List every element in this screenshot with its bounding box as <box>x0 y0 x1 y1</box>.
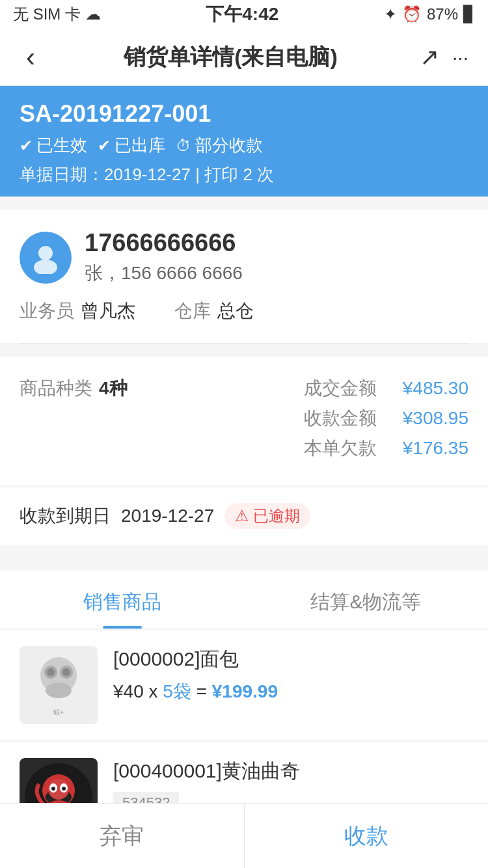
payment-due-label: 收款到期日 <box>20 504 111 528</box>
amount-stats: 成交金额 ¥485.30 收款金额 ¥308.95 本单欠款 ¥176.35 <box>304 376 468 466</box>
amount-label: 成交金额 <box>304 376 377 401</box>
back-icon: ‹ <box>26 42 35 72</box>
tab-products-label: 销售商品 <box>83 591 161 612</box>
check-icon-2: ✔ <box>98 137 111 155</box>
back-button[interactable]: ‹ <box>20 35 42 79</box>
warehouse-label: 仓库 <box>174 299 211 323</box>
price-qty-1: 5袋 <box>163 681 191 701</box>
salesperson-value: 曾凡杰 <box>81 299 135 323</box>
salesperson-item: 业务员 曾凡杰 <box>20 299 135 323</box>
product-thumb-1: 鲸+ <box>20 646 98 724</box>
customer-meta: 业务员 曾凡杰 仓库 总仓 <box>20 299 468 323</box>
payment-due-section: 收款到期日 2019-12-27 ⚠ 已逾期 <box>0 487 488 545</box>
tabs-row: 销售商品 结算&物流等 <box>0 571 488 629</box>
order-header-banner: SA-20191227-001 ✔ 已生效 ✔ 已出库 ⏱ 部分收款 单据日期：… <box>0 86 488 197</box>
category-label: 商品种类 <box>20 376 92 401</box>
svg-point-0 <box>38 246 53 260</box>
payment-due-date: 2019-12-27 <box>121 506 214 526</box>
location-icon: ✦ <box>384 5 397 23</box>
stats-section: 商品种类 4种 成交金额 ¥485.30 收款金额 ¥308.95 本单欠款 ¥… <box>0 357 488 485</box>
tab-settlement[interactable]: 结算&物流等 <box>244 571 488 629</box>
svg-point-18 <box>62 787 66 791</box>
svg-point-8 <box>46 683 72 698</box>
received-row: 收款金额 ¥308.95 <box>304 406 468 431</box>
page-title: 销货单详情(来自电脑) <box>124 42 338 72</box>
nav-actions: ↗ ··· <box>420 44 468 71</box>
avatar <box>20 232 72 284</box>
alarm-icon: ⏰ <box>402 5 422 23</box>
salesperson-label: 业务员 <box>20 299 74 323</box>
signal-text: 无 SIM 卡 ☁ <box>13 4 101 25</box>
customer-section: 17666666666 张，156 6666 6666 业务员 曾凡杰 仓库 总… <box>0 210 488 343</box>
share-button[interactable]: ↗ <box>420 44 439 71</box>
badge-shipped: ✔ 已出库 <box>98 134 165 157</box>
tab-settlement-label: 结算&物流等 <box>310 591 421 612</box>
status-bar: 无 SIM 卡 ☁ 下午4:42 ✦ ⏰ 87% ▊ <box>0 0 488 29</box>
cancel-review-button[interactable]: 弃审 <box>0 804 245 868</box>
bottom-toolbar: 弃审 收款 <box>0 803 488 868</box>
status-time: 下午4:42 <box>206 2 278 27</box>
product-item: 鲸+ [0000002]面包 ¥40 x 5袋 = ¥199.99 <box>0 631 488 740</box>
customer-info: 17666666666 张，156 6666 6666 <box>85 229 243 286</box>
battery-icon: ▊ <box>463 5 475 23</box>
price-eq-1: = <box>197 681 212 701</box>
nav-bar: ‹ 销货单详情(来自电脑) ↗ ··· <box>0 29 488 86</box>
badge-partial-text: 部分收款 <box>195 134 263 157</box>
product-price-1: ¥40 x 5袋 = ¥199.99 <box>113 679 468 704</box>
price-total-1: ¥199.99 <box>212 681 278 701</box>
badge-effective-text: 已生效 <box>36 134 87 157</box>
received-value: ¥308.95 <box>403 408 468 429</box>
product-name-2: [000400001]黄油曲奇 <box>113 758 468 785</box>
status-left: 无 SIM 卡 ☁ <box>13 4 101 25</box>
section-separator <box>0 545 488 558</box>
clock-icon: ⏱ <box>176 137 191 155</box>
battery-text: 87% <box>427 5 458 23</box>
amount-row: 成交金额 ¥485.30 <box>304 376 468 401</box>
badge-partial-payment: ⏱ 部分收款 <box>176 134 263 157</box>
collect-payment-label: 收款 <box>344 821 388 851</box>
overdue-badge: ⚠ 已逾期 <box>224 503 310 529</box>
collect-payment-button[interactable]: 收款 <box>245 804 489 868</box>
more-button[interactable]: ··· <box>452 46 468 68</box>
cancel-review-label: 弃审 <box>100 821 144 851</box>
owed-label: 本单欠款 <box>304 436 377 461</box>
received-label: 收款金额 <box>304 406 377 431</box>
svg-point-7 <box>62 668 70 676</box>
svg-text:鲸+: 鲸+ <box>53 709 64 716</box>
owed-value: ¥176.35 <box>403 438 468 459</box>
amount-value: ¥485.30 <box>403 378 468 399</box>
tab-products[interactable]: 销售商品 <box>0 571 244 629</box>
badge-effective: ✔ 已生效 <box>20 134 87 157</box>
customer-row: 17666666666 张，156 6666 6666 <box>20 229 468 286</box>
price-base-1: ¥40 <box>113 681 144 701</box>
svg-point-1 <box>34 260 57 274</box>
badge-shipped-text: 已出库 <box>115 134 165 157</box>
status-right: ✦ ⏰ 87% ▊ <box>384 5 475 23</box>
owed-row: 本单欠款 ¥176.35 <box>304 436 468 461</box>
svg-point-6 <box>47 668 55 676</box>
category-count: 4种 <box>99 376 128 401</box>
warning-icon: ⚠ <box>235 507 249 525</box>
overdue-text: 已逾期 <box>253 506 300 526</box>
order-date-print: 单据日期：2019-12-27 | 打印 2 次 <box>20 163 468 186</box>
check-icon-1: ✔ <box>20 137 33 155</box>
product-name-1: [0000002]面包 <box>113 646 468 673</box>
order-id: SA-20191227-001 <box>20 100 211 128</box>
tabs-container: 销售商品 结算&物流等 <box>0 571 488 629</box>
svg-point-17 <box>51 787 55 791</box>
product-info-1: [0000002]面包 ¥40 x 5袋 = ¥199.99 <box>113 646 468 704</box>
customer-phone: 17666666666 <box>85 229 243 257</box>
category-stats: 商品种类 4种 <box>20 376 128 401</box>
warehouse-value: 总仓 <box>217 299 254 323</box>
warehouse-item: 仓库 总仓 <box>174 299 254 323</box>
customer-name-phone: 张，156 6666 6666 <box>85 261 243 286</box>
price-x-1: x <box>149 681 163 701</box>
